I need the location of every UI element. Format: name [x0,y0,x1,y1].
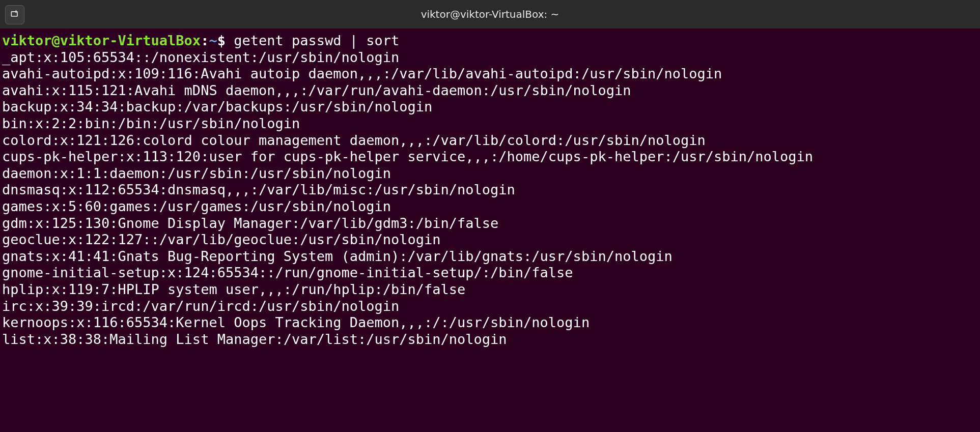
output-line: _apt:x:105:65534::/nonexistent:/usr/sbin… [2,49,978,66]
prompt-dollar: $ [217,33,226,48]
output-line: gdm:x:125:130:Gnome Display Manager:/var… [2,215,978,232]
output-line: hplip:x:119:7:HPLIP system user,,,:/run/… [2,281,978,298]
new-tab-button[interactable] [5,5,24,24]
output-line: irc:x:39:39:ircd:/var/run/ircd:/usr/sbin… [2,298,978,315]
output-line: bin:x:2:2:bin:/bin:/usr/sbin/nologin [2,116,978,132]
output-line: kernoops:x:116:65534:Kernel Oops Trackin… [2,314,978,331]
output-line: list:x:38:38:Mailing List Manager:/var/l… [2,331,978,348]
prompt-line: viktor@viktor-VirtualBox:~$ getent passw… [2,33,978,49]
output-line: backup:x:34:34:backup:/var/backups:/usr/… [2,99,978,116]
command-text: getent passwd | sort [226,33,399,48]
output-line: avahi:x:115:121:Avahi mDNS daemon,,,:/va… [2,82,978,99]
terminal-viewport[interactable]: viktor@viktor-VirtualBox:~$ getent passw… [0,28,980,352]
output-line: dnsmasq:x:112:65534:dnsmasq,,,:/var/lib/… [2,182,978,198]
prompt-colon: : [201,33,209,48]
output-line: cups-pk-helper:x:113:120:user for cups-p… [2,149,978,165]
prompt-path: ~ [209,33,217,48]
output-line: gnats:x:41:41:Gnats Bug-Reporting System… [2,248,978,265]
window-titlebar: viktor@viktor-VirtualBox: ~ [0,0,980,28]
terminal-output: _apt:x:105:65534::/nonexistent:/usr/sbin… [2,49,978,348]
output-line: daemon:x:1:1:daemon:/usr/sbin:/usr/sbin/… [2,165,978,182]
window-title: viktor@viktor-VirtualBox: ~ [421,8,559,20]
titlebar-left-controls [5,5,24,24]
output-line: gnome-initial-setup:x:124:65534::/run/gn… [2,265,978,281]
output-line: avahi-autoipd:x:109:116:Avahi autoip dae… [2,66,978,82]
prompt-user-host: viktor@viktor-VirtualBox [2,33,201,48]
new-tab-icon [10,9,20,21]
output-line: games:x:5:60:games:/usr/games:/usr/sbin/… [2,198,978,215]
output-line: geoclue:x:122:127::/var/lib/geoclue:/usr… [2,232,978,248]
output-line: colord:x:121:126:colord colour managemen… [2,132,978,149]
